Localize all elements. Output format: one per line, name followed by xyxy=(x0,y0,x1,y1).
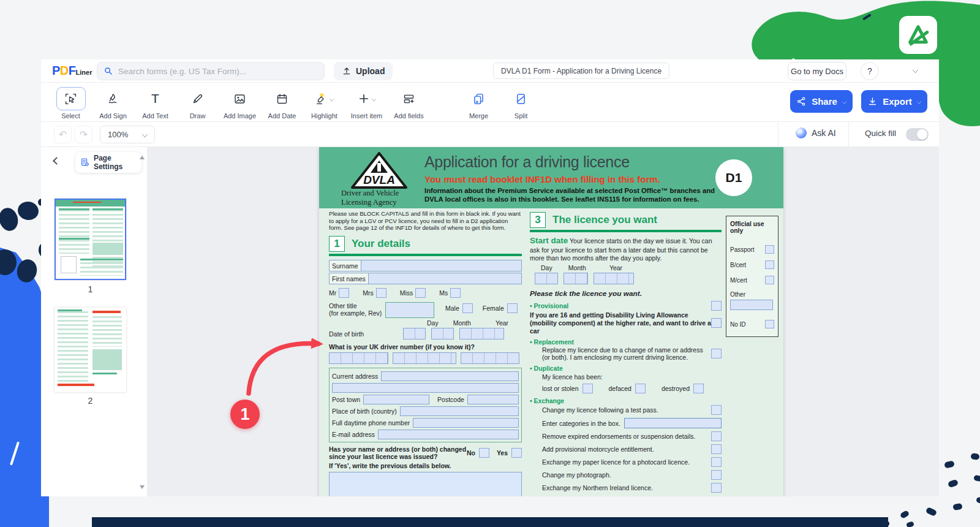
title-mr-checkbox[interactable] xyxy=(339,288,349,298)
changed-yes-checkbox[interactable] xyxy=(511,448,522,458)
bcert-label: B/cert xyxy=(730,262,746,268)
previous-details-textarea[interactable] xyxy=(329,472,522,496)
go-to-my-docs-button[interactable]: Go to my Docs xyxy=(788,62,846,80)
remove-endorsements-checkbox[interactable] xyxy=(711,431,722,441)
lost-checkbox[interactable] xyxy=(582,384,593,393)
other-title-input[interactable] xyxy=(385,302,434,318)
tool-insert-item[interactable]: Insert item xyxy=(345,87,388,121)
driver-number-input-1[interactable] xyxy=(329,352,388,364)
chevron-down-icon xyxy=(142,132,148,138)
chevron-down-icon xyxy=(371,96,376,101)
dob-day-input[interactable] xyxy=(403,328,426,339)
chevron-down-icon[interactable] xyxy=(913,67,919,74)
phone-row: Full daytime phone number xyxy=(332,418,519,428)
tool-select[interactable]: Select xyxy=(50,87,92,121)
section-licence-you-want: 3 The licence you want Start date Your l… xyxy=(530,212,722,496)
help-button[interactable]: ? xyxy=(861,62,879,80)
phone-input[interactable] xyxy=(413,418,519,428)
passport-checkbox[interactable] xyxy=(765,245,774,254)
tool-merge[interactable]: Merge xyxy=(458,87,500,121)
categories-input[interactable] xyxy=(624,418,722,428)
start-day-input[interactable] xyxy=(535,273,558,284)
pdfliner-logo[interactable]: PDFLiner xyxy=(52,64,92,78)
exchange-test-pass-checkbox[interactable] xyxy=(711,405,722,415)
undo-button[interactable]: ↶ xyxy=(54,126,72,143)
exchange-paper-checkbox[interactable] xyxy=(711,457,722,467)
tool-highlight[interactable]: Highlight xyxy=(303,87,345,121)
page-thumbnail-2[interactable] xyxy=(55,308,126,392)
redo-button[interactable]: ↷ xyxy=(75,126,92,143)
destroyed-checkbox[interactable] xyxy=(693,384,704,393)
email-input[interactable] xyxy=(378,430,519,439)
provisional-label: Provisional xyxy=(530,302,711,309)
start-month-input[interactable] xyxy=(564,273,588,284)
place-of-birth-input[interactable] xyxy=(400,406,519,416)
tool-add-sign[interactable]: Add Sign xyxy=(92,87,134,121)
tick-heading: Please tick the licence you want. xyxy=(530,289,722,298)
start-year-input[interactable] xyxy=(594,273,634,284)
driver-number-input-3[interactable] xyxy=(461,352,519,364)
mcert-checkbox[interactable] xyxy=(765,276,774,284)
tool-add-image[interactable]: Add Image xyxy=(219,87,261,121)
page-thumbnail-1[interactable] xyxy=(55,199,126,280)
destroyed-label: destroyed xyxy=(662,385,690,392)
scroll-down-icon[interactable] xyxy=(140,485,145,489)
if-yes-note: If 'Yes', write the previous details bel… xyxy=(329,462,522,469)
replacement-option: Replace my licence due to a change of na… xyxy=(530,346,722,362)
title-ms-checkbox[interactable] xyxy=(450,288,461,298)
upload-button[interactable]: Upload xyxy=(334,62,393,80)
tool-add-text[interactable]: T Add Text xyxy=(134,87,176,121)
bcert-checkbox[interactable] xyxy=(765,260,774,269)
changed-no-checkbox[interactable] xyxy=(479,448,489,458)
noid-checkbox[interactable] xyxy=(765,320,774,328)
form-title: Application for a driving licence xyxy=(424,153,630,171)
driver-number-input-2[interactable] xyxy=(393,352,456,364)
female-checkbox[interactable] xyxy=(507,303,518,313)
search-input[interactable]: Search forms (e.g. US Tax Form)... xyxy=(97,62,325,80)
collapse-sidebar-icon[interactable] xyxy=(53,157,61,165)
dob-year-input[interactable] xyxy=(459,328,504,339)
svg-text:DVLA: DVLA xyxy=(363,173,395,186)
replacement-checkbox[interactable] xyxy=(711,349,722,358)
tool-split[interactable]: Split xyxy=(500,87,542,121)
post-town-input[interactable] xyxy=(363,395,429,404)
select-cursor-icon xyxy=(64,93,77,105)
section3-header: 3 The licence you want xyxy=(530,212,722,228)
title-mrs-checkbox[interactable] xyxy=(376,288,386,298)
yes-label: Yes xyxy=(497,449,508,457)
quick-fill-toggle[interactable] xyxy=(906,128,929,141)
dob-month-input[interactable] xyxy=(431,328,454,339)
share-button[interactable]: Share xyxy=(790,90,853,113)
export-button[interactable]: Export xyxy=(861,90,927,113)
zoom-select[interactable]: 100% xyxy=(100,126,155,143)
title-miss-checkbox[interactable] xyxy=(415,288,426,298)
change-photo-checkbox[interactable] xyxy=(711,470,722,480)
section-your-details: Please use BLOCK CAPITALS and fill in th… xyxy=(329,210,522,496)
add-motorcycle-checkbox[interactable] xyxy=(711,444,722,454)
replacement-text: Replace my licence due to a change of na… xyxy=(530,346,711,362)
pen-icon xyxy=(191,93,204,105)
provisional-checkbox[interactable] xyxy=(711,301,722,311)
provisional-dla-checkbox[interactable] xyxy=(711,318,722,328)
tool-add-fields[interactable]: Add fields xyxy=(388,87,430,121)
postcode-input[interactable] xyxy=(467,395,519,404)
defaced-checkbox[interactable] xyxy=(635,384,646,393)
pdf-logo-glyph xyxy=(905,21,932,48)
document-title[interactable]: DVLA D1 Form - Application for a Driving… xyxy=(493,63,669,79)
page-settings-button[interactable]: Page Settings xyxy=(75,152,141,173)
current-address-input[interactable] xyxy=(381,371,519,381)
ask-ai-button[interactable]: Ask AI xyxy=(796,127,836,138)
divider xyxy=(778,122,778,146)
exchange-ni-checkbox[interactable] xyxy=(711,483,722,493)
surname-input[interactable] xyxy=(361,260,521,271)
official-other-input[interactable] xyxy=(730,300,773,310)
tool-draw[interactable]: Draw xyxy=(176,87,219,121)
day-label: Day xyxy=(541,264,552,271)
first-names-input[interactable] xyxy=(369,273,521,284)
scroll-up-icon[interactable] xyxy=(140,156,145,159)
male-checkbox[interactable] xyxy=(462,303,473,313)
current-address-input-2[interactable] xyxy=(332,383,519,393)
zoom-level: 100% xyxy=(108,130,128,139)
tool-add-date[interactable]: Add Date xyxy=(261,87,303,121)
address-group: Current address Post town Postcode Place… xyxy=(329,368,522,442)
